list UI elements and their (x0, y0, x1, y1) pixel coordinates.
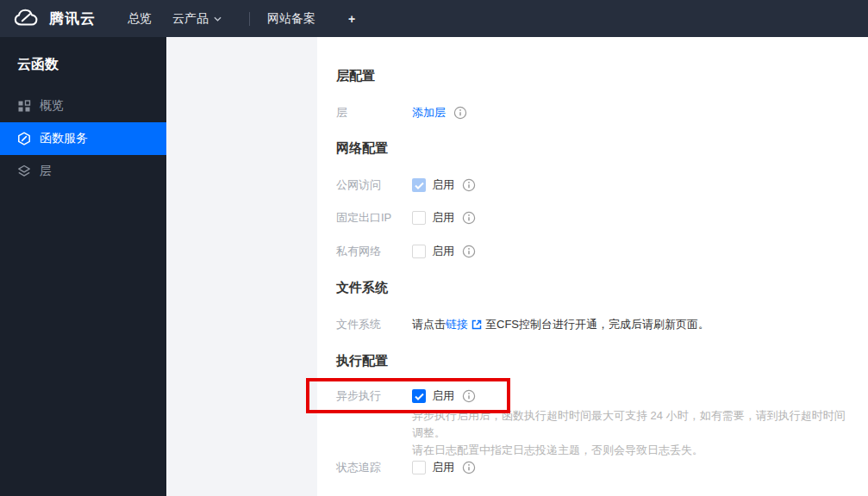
tencent-cloud-logo-icon (13, 8, 42, 29)
nav-cloud-products-label: 云产品 (172, 11, 209, 27)
section-title-file-system: 文件系统 (336, 280, 388, 296)
file-system-text-before: 请点击 (412, 317, 446, 332)
enable-label: 启用 (432, 388, 454, 404)
enable-label: 启用 (432, 460, 454, 475)
nav-overview[interactable]: 总览 (128, 11, 152, 27)
topbar: 腾讯云 总览 云产品 网站备案 + (0, 0, 868, 37)
enable-label: 启用 (432, 210, 454, 226)
section-title-execution-config: 执行配置 (336, 353, 388, 369)
vpc-checkbox[interactable] (412, 245, 426, 258)
nav-divider (249, 12, 250, 26)
info-icon[interactable] (462, 389, 476, 403)
info-icon[interactable] (453, 106, 467, 120)
info-icon[interactable] (462, 245, 476, 258)
sidebar-item-overview[interactable]: 概览 (0, 90, 166, 122)
top-navigation: 总览 云产品 网站备案 + (128, 11, 355, 27)
sidebar: 云函数 概览 函数服务 (0, 37, 166, 496)
vpc-row: 私有网络 启用 (336, 243, 476, 260)
info-icon[interactable] (462, 178, 476, 192)
nav-icp-filing[interactable]: 网站备案 (267, 11, 315, 27)
layer-row: 层 添加层 (336, 104, 467, 121)
async-execution-label: 异步执行 (336, 388, 412, 404)
public-network-label: 公网访问 (336, 177, 412, 193)
fixed-egress-ip-checkbox[interactable] (412, 211, 426, 225)
brand-name: 腾讯云 (49, 9, 96, 28)
sidebar-title: 云函数 (0, 37, 166, 74)
add-layer-link[interactable]: 添加层 (412, 105, 446, 121)
tencent-cloud-brand[interactable]: 腾讯云 (13, 8, 96, 29)
async-execution-row: 异步执行 启用 (336, 388, 476, 405)
function-settings-panel: 层配置 层 添加层 网络配置 公网访问 启用 固定出口IP 启用 (317, 37, 868, 496)
fixed-egress-ip-row: 固定出口IP 启用 (336, 209, 476, 226)
external-link-icon[interactable] (471, 319, 483, 331)
public-network-checkbox[interactable] (412, 178, 426, 192)
fixed-egress-ip-label: 固定出口IP (336, 210, 412, 226)
sidebar-item-label: 函数服务 (40, 131, 88, 146)
cfs-console-link[interactable]: 链接 (446, 317, 468, 332)
async-execution-description: 异步执行启用后，函数执行超时时间最大可支持 24 小时，如有需要，请到执行超时时… (412, 407, 847, 459)
vpc-label: 私有网络 (336, 244, 412, 259)
enable-label: 启用 (432, 177, 454, 193)
status-tracking-row: 状态追踪 启用 (336, 459, 476, 476)
async-execution-checkbox[interactable] (412, 389, 426, 403)
chevron-down-icon (214, 16, 222, 22)
status-tracking-label: 状态追踪 (336, 460, 412, 475)
sidebar-item-layers[interactable]: 层 (0, 155, 166, 188)
info-icon[interactable] (462, 211, 476, 225)
sidebar-menu: 概览 函数服务 层 (0, 90, 166, 188)
function-hexagon-icon (17, 132, 31, 146)
section-title-layer-config: 层配置 (336, 68, 375, 84)
add-product-tab-button[interactable]: + (348, 12, 355, 26)
sidebar-item-label: 概览 (40, 98, 64, 114)
file-system-row: 文件系统 请点击 链接 至CFS控制台进行开通，完成后请刷新页面。 (336, 316, 709, 333)
section-title-network-config: 网络配置 (336, 140, 388, 157)
public-network-row: 公网访问 启用 (336, 177, 476, 194)
content-gutter (166, 37, 317, 496)
layer-label: 层 (336, 105, 412, 121)
sidebar-item-label: 层 (40, 164, 52, 179)
status-tracking-checkbox[interactable] (412, 461, 426, 474)
async-description-line2: 请在日志配置中指定日志投递主题，否则会导致日志丢失。 (412, 442, 847, 459)
grid-icon (17, 99, 31, 113)
file-system-text-after: 至CFS控制台进行开通，完成后请刷新页面。 (485, 317, 709, 332)
sidebar-item-function-service[interactable]: 函数服务 (0, 122, 166, 155)
nav-cloud-products[interactable]: 云产品 (172, 11, 222, 27)
file-system-label: 文件系统 (336, 317, 412, 332)
enable-label: 启用 (432, 244, 454, 259)
async-description-line1: 异步执行启用后，函数执行超时时间最大可支持 24 小时，如有需要，请到执行超时时… (412, 407, 847, 442)
layers-icon (17, 164, 31, 178)
info-icon[interactable] (462, 461, 476, 474)
